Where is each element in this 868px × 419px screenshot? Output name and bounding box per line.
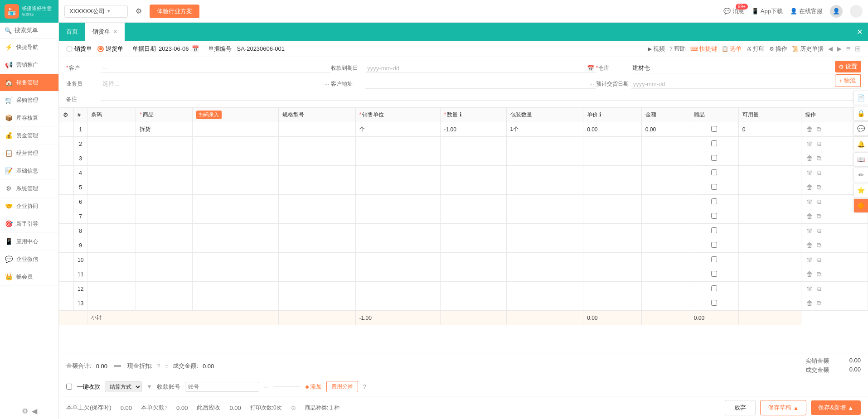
row-spec[interactable] xyxy=(279,282,356,296)
row-barcode[interactable] xyxy=(87,267,136,282)
row-barcode[interactable] xyxy=(87,209,136,224)
row-spec[interactable] xyxy=(279,238,356,253)
row-pkg-qty[interactable] xyxy=(506,224,583,238)
topbar-gear-button[interactable]: ⚙ xyxy=(132,5,145,18)
nav-prev-icon[interactable]: ◀ xyxy=(828,45,833,52)
row-spec[interactable] xyxy=(279,224,356,238)
row-price[interactable] xyxy=(583,166,642,180)
row-price[interactable] xyxy=(583,296,642,311)
row-gift[interactable] xyxy=(690,238,738,253)
account-input[interactable] xyxy=(185,382,259,392)
row-pkg-qty[interactable] xyxy=(506,253,583,267)
radio-sales-order[interactable]: 销货单 xyxy=(66,45,92,53)
row-price[interactable] xyxy=(583,267,642,282)
row-qty[interactable] xyxy=(440,267,506,282)
rfloat-btn-7[interactable]: ⭐ xyxy=(853,183,868,197)
row-amount[interactable] xyxy=(641,195,690,209)
row-product[interactable] xyxy=(136,166,192,180)
row-qty[interactable] xyxy=(440,296,506,311)
row-amount[interactable] xyxy=(641,137,690,151)
row-amount[interactable] xyxy=(641,180,690,195)
row-delete-icon[interactable]: 🗑 xyxy=(806,183,813,191)
sidebar-gear-icon[interactable]: ⚙ xyxy=(22,407,28,415)
amount-field[interactable] xyxy=(273,386,301,387)
row-delete-icon[interactable]: 🗑 xyxy=(806,154,813,162)
row-copy-icon[interactable]: ⧉ xyxy=(817,299,821,307)
row-gift[interactable] xyxy=(690,195,738,209)
row-gift[interactable] xyxy=(690,267,738,282)
payment-due-calendar[interactable]: 📅 xyxy=(587,65,594,72)
row-gift[interactable] xyxy=(690,166,738,180)
row-product[interactable] xyxy=(136,209,192,224)
row-copy-icon[interactable]: ⧉ xyxy=(817,256,821,263)
row-copy-icon[interactable]: ⧉ xyxy=(817,270,821,278)
row-copy-icon[interactable]: ⧉ xyxy=(817,227,821,234)
add-button[interactable]: ● 添加 xyxy=(305,383,322,391)
row-product[interactable] xyxy=(136,296,192,311)
row-qty[interactable] xyxy=(440,253,506,267)
row-product[interactable] xyxy=(136,224,192,238)
sidebar-item-purchase[interactable]: 🛒 采购管理 xyxy=(0,92,58,109)
row-unit[interactable] xyxy=(355,267,440,282)
row-barcode[interactable] xyxy=(87,137,136,151)
row-pkg-qty[interactable] xyxy=(506,209,583,224)
row-gift[interactable] xyxy=(690,137,738,151)
row-pkg-qty[interactable]: 1个 xyxy=(506,122,583,137)
rfloat-btn-2[interactable]: 🔒 xyxy=(853,106,868,120)
operate-btn[interactable]: ⚙ 操作 xyxy=(769,45,787,53)
row-delete-icon[interactable]: 🗑 xyxy=(806,299,813,307)
row-amount[interactable] xyxy=(641,253,690,267)
col-scan[interactable]: 扫码录入 xyxy=(192,108,278,122)
row-product[interactable] xyxy=(136,267,192,282)
row-unit[interactable] xyxy=(355,180,440,195)
view-grid-icon[interactable]: ⊞ xyxy=(855,44,861,53)
save-draft-button[interactable]: 保存草稿 ▲ xyxy=(760,400,807,415)
row-barcode[interactable] xyxy=(87,238,136,253)
row-qty[interactable] xyxy=(440,209,506,224)
remark-input[interactable] xyxy=(101,98,861,101)
row-price[interactable]: 0.00 xyxy=(583,122,642,137)
sidebar-item-system[interactable]: ⚙ 系统管理 xyxy=(0,180,58,197)
sidebar-collapse-icon[interactable]: ◀ xyxy=(32,407,37,415)
row-price[interactable] xyxy=(583,253,642,267)
row-barcode[interactable] xyxy=(87,224,136,238)
row-pkg-qty[interactable] xyxy=(506,151,583,166)
row-unit[interactable]: 个 xyxy=(355,122,440,137)
message-button[interactable]: 💬 消息 99+ xyxy=(723,7,744,15)
row-barcode[interactable] xyxy=(87,195,136,209)
save-new-button[interactable]: 保存&新增 ▲ xyxy=(811,400,861,415)
row-gift[interactable] xyxy=(690,151,738,166)
logistics-button[interactable]: + 物流 xyxy=(835,74,861,87)
row-spec[interactable] xyxy=(279,267,356,282)
row-gift[interactable] xyxy=(690,253,738,267)
row-spec[interactable] xyxy=(279,122,356,137)
row-delete-icon[interactable]: 🗑 xyxy=(806,169,813,176)
row-gift[interactable] xyxy=(690,122,738,137)
row-spec[interactable] xyxy=(279,195,356,209)
customer-input[interactable]: ··· xyxy=(101,64,331,73)
row-pkg-qty[interactable] xyxy=(506,195,583,209)
row-delete-icon[interactable]: 🗑 xyxy=(806,241,813,249)
row-price[interactable] xyxy=(583,209,642,224)
sidebar-item-inventory[interactable]: 📦 库存核算 xyxy=(0,109,58,127)
row-qty[interactable] xyxy=(440,195,506,209)
row-price[interactable] xyxy=(583,180,642,195)
user-avatar2[interactable] xyxy=(850,5,863,18)
row-barcode[interactable] xyxy=(87,151,136,166)
row-amount[interactable] xyxy=(641,296,690,311)
row-copy-icon[interactable]: ⧉ xyxy=(817,183,821,191)
select-btn[interactable]: 📋 选单 xyxy=(722,45,742,53)
user-avatar[interactable]: 👤 xyxy=(830,5,843,18)
row-amount[interactable]: 0.00 xyxy=(641,122,690,137)
row-unit[interactable] xyxy=(355,151,440,166)
sidebar-item-guide[interactable]: 🎯 新手引导 xyxy=(0,215,58,233)
row-gift[interactable] xyxy=(690,224,738,238)
row-copy-icon[interactable]: ⧉ xyxy=(817,198,821,205)
sidebar-item-sales[interactable]: 🏠 销售管理 xyxy=(0,74,58,92)
row-product[interactable] xyxy=(136,282,192,296)
row-copy-icon[interactable]: ⧉ xyxy=(817,154,821,162)
row-pkg-qty[interactable] xyxy=(506,238,583,253)
fee-split-button[interactable]: 费用分摊 xyxy=(326,381,358,392)
scan-button[interactable]: 扫码录入 xyxy=(196,111,222,119)
row-delete-icon[interactable]: 🗑 xyxy=(806,212,813,220)
